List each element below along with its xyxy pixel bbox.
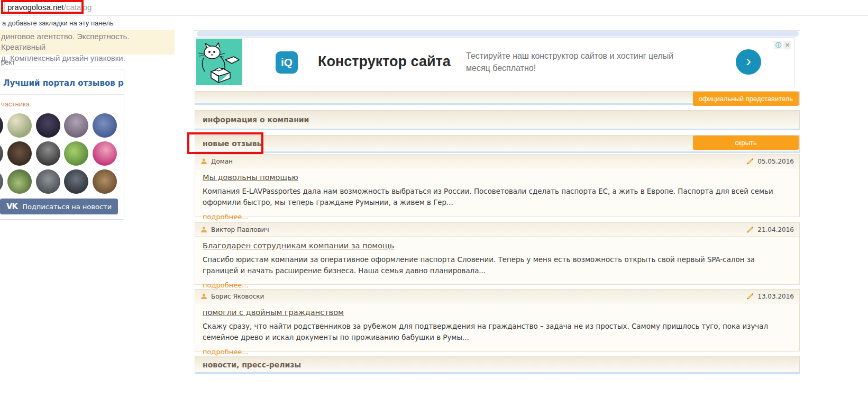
section-company-info-label: информация о компании xyxy=(195,111,799,124)
pencil-icon xyxy=(746,293,754,300)
avatar[interactable] xyxy=(36,113,60,138)
cat-drawing-icon xyxy=(196,39,242,85)
review-author: Доман xyxy=(211,158,233,165)
review-card: Доман 05.05.2016 Мы довольны помощью Ком… xyxy=(195,154,800,217)
section-company-info[interactable]: информация о компании xyxy=(195,110,800,130)
ad-corner-controls: ⓘ ✕ xyxy=(774,41,791,49)
ad-cat-image[interactable] xyxy=(196,39,242,85)
review-more-link[interactable]: подробнее... xyxy=(203,281,249,289)
avatar[interactable] xyxy=(93,113,117,138)
vk-community-title[interactable]: Лучший портал отзывов pravogolos... xyxy=(0,69,124,94)
avatar[interactable] xyxy=(0,141,3,166)
review-date: 21.04.2016 xyxy=(757,226,794,233)
avatar[interactable] xyxy=(64,169,88,194)
pencil-icon xyxy=(746,226,754,233)
review-more-link[interactable]: подробнее... xyxy=(203,213,249,221)
official-representative-button[interactable]: официальный представитель xyxy=(693,92,799,106)
review-text: Компания E-LAVPassportes дала нам возмож… xyxy=(203,186,792,209)
sidebar-ad-line1: динговое агентство. Экспертность. Креати… xyxy=(1,32,130,51)
review-card: Виктор Павлович 21.04.2016 Благодарен со… xyxy=(195,222,800,285)
review-title-link[interactable]: помогли с двойным гражданством xyxy=(203,308,344,317)
avatar[interactable] xyxy=(64,113,88,138)
vk-community-widget: Лучший портал отзывов pravogolos... част… xyxy=(0,69,124,220)
avatar[interactable] xyxy=(7,169,32,194)
review-header: Доман 05.05.2016 xyxy=(195,155,799,168)
pencil-icon xyxy=(746,158,754,165)
url-domain: pravogolosa.net xyxy=(7,3,64,12)
user-icon xyxy=(200,226,207,233)
avatar[interactable] xyxy=(0,169,3,194)
review-header: Борис Яковоски 13.03.2016 xyxy=(195,290,799,303)
avatar[interactable] xyxy=(93,169,117,194)
vk-subscribe-label: Подписаться на новости xyxy=(22,203,112,211)
vk-members-count: частника xyxy=(0,100,124,108)
review-author: Виктор Павлович xyxy=(211,226,269,233)
chevron-right-icon: › xyxy=(746,53,751,69)
review-card: Борис Яковоски 13.03.2016 помогли с двой… xyxy=(195,289,800,352)
vk-logo-icon: VK xyxy=(6,202,17,211)
review-date-wrap: 05.05.2016 xyxy=(746,158,794,165)
section-new-reviews[interactable]: новые отзывы скрыть xyxy=(195,135,800,153)
url-path: /catalog xyxy=(64,3,92,12)
sidebar-ad-label: рект xyxy=(1,58,15,66)
review-title-link[interactable]: Благодарен сотрудникам компании за помощ… xyxy=(203,241,394,250)
sidebar-text-ad[interactable]: динговое агентство. Экспертность. Креати… xyxy=(0,30,175,55)
review-text: Спасибо юристам компании за оперативное … xyxy=(203,255,792,277)
review-author: Борис Яковоски xyxy=(211,293,264,300)
avatar[interactable] xyxy=(0,113,3,138)
vk-divider xyxy=(0,94,124,95)
browser-address-bar: pravogolosa.net/catalog xyxy=(0,0,868,16)
review-header: Виктор Павлович 21.04.2016 xyxy=(195,223,799,237)
review-date: 13.03.2016 xyxy=(757,293,794,300)
official-representative-bar: официальный представитель xyxy=(195,91,800,105)
sidebar-ad-line2: д. Комплексный дизайн упаковки. xyxy=(1,53,125,62)
avatar[interactable] xyxy=(7,141,32,166)
user-icon xyxy=(200,158,207,165)
avatar[interactable] xyxy=(64,141,88,166)
ad-title[interactable]: Конструктор сайта xyxy=(318,53,451,70)
ad-close-icon[interactable]: ✕ xyxy=(783,41,791,49)
review-date: 05.05.2016 xyxy=(757,158,794,165)
ad-description[interactable]: Тестируйте наш конструктор сайтов и хост… xyxy=(466,50,693,74)
review-date-wrap: 13.03.2016 xyxy=(746,293,794,300)
review-title-link[interactable]: Мы довольны помощью xyxy=(203,173,298,182)
ad-banner: iQ Конструктор сайта Тестируйте наш конс… xyxy=(195,37,794,86)
ad-info-icon[interactable]: ⓘ xyxy=(774,41,782,49)
ad-cta-button[interactable]: › xyxy=(736,49,761,75)
advertiser-logo[interactable]: iQ xyxy=(276,51,298,74)
address-bar-divider xyxy=(4,2,5,14)
hide-reviews-button[interactable]: скрыть xyxy=(693,136,799,150)
bookmarks-bar-hint: а добавьте закладки на эту панель xyxy=(2,19,114,27)
avatar[interactable] xyxy=(36,169,60,194)
avatar[interactable] xyxy=(7,113,32,138)
section-news-label: новости, пресс-релизы xyxy=(195,356,799,369)
address-url[interactable]: pravogolosa.net/catalog xyxy=(7,3,92,12)
vk-avatar-grid xyxy=(0,113,124,199)
avatar[interactable] xyxy=(93,141,117,166)
content-top-bar xyxy=(197,31,799,37)
section-news[interactable]: новости, пресс-релизы xyxy=(195,356,800,374)
user-icon xyxy=(200,293,207,300)
review-text: Скажу сразу, что найти родственников за … xyxy=(203,321,792,344)
review-more-link[interactable]: подробнее... xyxy=(203,348,249,356)
avatar[interactable] xyxy=(36,141,60,166)
vk-subscribe-button[interactable]: VK Подписаться на новости xyxy=(0,199,118,214)
review-date-wrap: 21.04.2016 xyxy=(746,226,794,233)
